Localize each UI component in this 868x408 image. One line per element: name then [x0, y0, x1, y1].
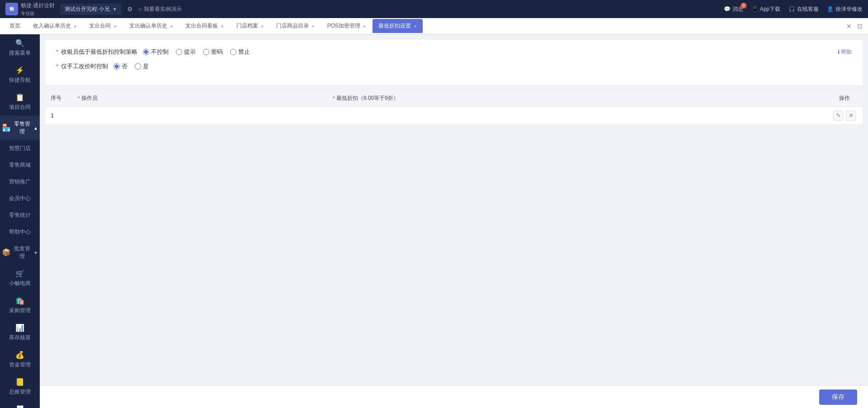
tab-close-icon[interactable]: × [261, 23, 264, 29]
ledger-icon: 📒 [15, 378, 24, 386]
tab-close-icon[interactable]: × [170, 23, 173, 29]
tab-最低折扣设置[interactable]: 最低折扣设置× [373, 19, 422, 33]
sidebar-item-batch[interactable]: 📦批发管理▼ [0, 240, 40, 265]
delete-row-button[interactable]: ✕ [846, 111, 856, 121]
sidebar-item-label: 会员中心 [9, 195, 31, 202]
project-selector[interactable]: 测试分开完程·小兄 ▼ [60, 4, 121, 15]
col-actions: 操作 [826, 94, 863, 102]
sidebar-item-retail-mall[interactable]: 零售商城 [0, 157, 40, 174]
sidebar-item-search[interactable]: 🔍搜索菜单 [0, 34, 40, 61]
radio-label-no_control: 不控制 [151, 48, 169, 56]
save-button[interactable]: 保存 [819, 389, 857, 405]
radio-label-prompt: 提示 [184, 48, 196, 56]
col-operator: *操作员 [72, 94, 327, 102]
sidebar-item-help[interactable]: 帮助中心 [0, 224, 40, 240]
tab-label: POS加密管理 [327, 22, 360, 30]
sidebar-item-inventory[interactable]: 📊库存核算 [0, 319, 40, 346]
sidebar-item-project[interactable]: 📋项目合同 [0, 89, 40, 116]
tab-close-icon[interactable]: × [221, 23, 223, 29]
user-menu[interactable]: 👤 徐泽华修改 [827, 5, 863, 13]
sidebar-item-ecom[interactable]: 🛒小畅电商 [0, 265, 40, 292]
tab-收入确认单历史[interactable]: 收入确认单历史× [27, 19, 82, 33]
sidebar-item-label: 总账管理 [9, 388, 31, 396]
sidebar-item-purchase[interactable]: 🛍️采购管理 [0, 292, 40, 319]
radio2-no[interactable]: 否 [113, 62, 127, 70]
tab-label: 首页 [9, 22, 20, 30]
tab-POS加密管理[interactable]: POS加密管理× [321, 19, 372, 33]
tab-label: 门店商品目录 [276, 22, 309, 30]
top-bar: 畅 畅捷·通好业财 专业版 测试分开完程·小兄 ▼ ⚙ 我要看实例演示 💬 消息… [0, 0, 868, 18]
manual-price-radio-group: 否是 [113, 62, 149, 70]
tab-首页[interactable]: 首页 [4, 19, 26, 33]
sidebar-item-retail-stat[interactable]: 零售统计 [0, 207, 40, 224]
close-tab-button[interactable]: ✕ [844, 22, 854, 31]
main-layout: 🔍搜索菜单⚡快捷导航📋项目合同🏪零售管理▲智慧门店零售商城营销推广会员中心零售统… [0, 34, 868, 408]
sidebar-item-marketing[interactable]: 营销推广 [0, 174, 40, 190]
tab-close-icon[interactable]: × [113, 23, 116, 29]
cell-seq-1: 1 [45, 112, 72, 119]
sidebar-item-label: 营销推广 [9, 178, 31, 186]
demo-link-label: 我要看实例演示 [144, 5, 182, 13]
tab-label: 收入确认单历史 [33, 22, 71, 30]
app-download-button[interactable]: 📱 App下载 [751, 5, 780, 13]
tab-支出合同[interactable]: 支出合同× [83, 19, 122, 33]
radio2-yes[interactable]: 是 [135, 62, 149, 70]
sidebar-item-invoice[interactable]: 🧾发票管理 [0, 400, 40, 408]
online-support-button[interactable]: 🎧 在线客服 [788, 5, 819, 13]
sidebar-item-label: 小畅电商 [9, 280, 31, 287]
tab-支出合同看板[interactable]: 支出合同看板× [179, 19, 229, 33]
messages-button[interactable]: 💬 消息 8 [724, 5, 743, 13]
chevron-up-icon: ▲ [33, 126, 38, 131]
app-download-label: App下载 [760, 5, 780, 13]
radio-forbid[interactable]: 禁止 [230, 48, 250, 56]
radio-password[interactable]: 密码 [203, 48, 223, 56]
sidebar-item-capital[interactable]: 💰资金管理 [0, 346, 40, 373]
expand-tab-button[interactable]: ⊡ [855, 22, 864, 31]
control-strategy-row: * 收银员低于最低折扣控制策略 不控制提示密码禁止 ℹ 帮助 [56, 48, 852, 56]
tab-支出确认单历史[interactable]: 支出确认单历史× [123, 19, 179, 33]
radio-input-password[interactable] [203, 49, 209, 55]
sidebar-item-label: 零售商城 [9, 161, 31, 169]
sidebar-item-shortcut[interactable]: ⚡快捷导航 [0, 61, 40, 89]
radio2-input-yes[interactable] [135, 63, 141, 70]
message-icon: 💬 [724, 6, 731, 12]
radio-label-forbid: 禁止 [238, 48, 250, 56]
radio-no_control[interactable]: 不控制 [143, 48, 169, 56]
sidebar-item-label: 零售管理 [13, 120, 32, 136]
batch-icon: 📦 [2, 248, 11, 257]
radio-input-prompt[interactable] [176, 49, 182, 55]
radio-input-no_control[interactable] [143, 49, 149, 55]
sidebar-item-ledger[interactable]: 📒总账管理 [0, 373, 40, 400]
required-mark-2: * [56, 63, 58, 70]
help-link[interactable]: ℹ 帮助 [838, 48, 852, 56]
app-name: 畅捷·通好业财 [21, 2, 55, 9]
radio2-input-no[interactable] [113, 63, 120, 70]
tab-门店档案[interactable]: 门店档案× [231, 19, 269, 33]
demo-link[interactable]: 我要看实例演示 [138, 5, 182, 13]
tab-close-icon[interactable]: × [363, 23, 366, 29]
tab-label: 支出合同看板 [185, 22, 218, 30]
sidebar-item-label: 资金管理 [9, 361, 31, 369]
radio-prompt[interactable]: 提示 [176, 48, 196, 56]
tab-close-icon[interactable]: × [74, 23, 76, 29]
settings-icon[interactable]: ⚙ [127, 5, 133, 13]
download-icon: 📱 [751, 6, 758, 12]
sidebar-item-label: 快捷导航 [9, 76, 31, 84]
control-strategy-radio-group: 不控制提示密码禁止 [143, 48, 250, 56]
sidebar-item-member[interactable]: 会员中心 [0, 190, 40, 207]
tab-label: 支出确认单历史 [129, 22, 167, 30]
radio-input-forbid[interactable] [230, 49, 236, 55]
tab-close-icon[interactable]: × [311, 23, 314, 29]
tab-close-icon[interactable]: × [414, 23, 416, 29]
tab-门店商品目录[interactable]: 门店商品目录× [270, 19, 320, 33]
sidebar-item-retail[interactable]: 🏪零售管理▲ [0, 116, 40, 140]
sidebar-item-label: 零售统计 [9, 211, 31, 219]
sidebar-item-smart-store[interactable]: 智慧门店 [0, 140, 40, 157]
sidebar-item-label: 采购管理 [9, 307, 31, 314]
logo-icon: 畅 [5, 3, 18, 15]
top-right-area: 💬 消息 8 📱 App下载 🎧 在线客服 👤 徐泽华修改 [724, 5, 863, 13]
content-area: * 收银员低于最低折扣控制策略 不控制提示密码禁止 ℹ 帮助 [40, 34, 868, 385]
tab-label: 最低折扣设置 [378, 22, 411, 30]
edition-badge: 专业版 [21, 10, 55, 17]
edit-row-button[interactable]: ✎ [833, 111, 843, 121]
